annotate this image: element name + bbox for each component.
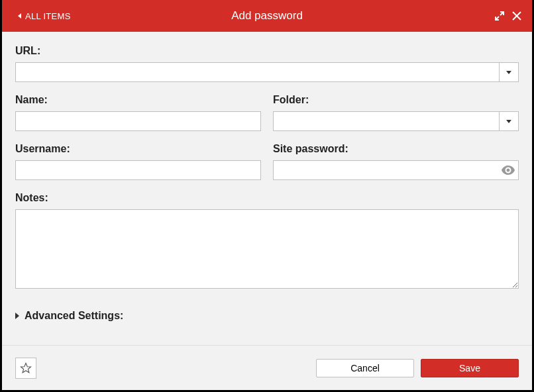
password-input-wrap xyxy=(273,160,519,180)
password-label: Site password: xyxy=(273,143,519,155)
save-button[interactable]: Save xyxy=(421,359,519,377)
username-input[interactable] xyxy=(15,160,261,180)
toggle-password-visibility-button[interactable] xyxy=(502,166,515,175)
dialog-header: ALL ITEMS Add password xyxy=(2,0,532,32)
folder-label: Folder: xyxy=(273,94,519,106)
folder-dropdown-button[interactable] xyxy=(499,111,519,131)
notes-group: Notes: xyxy=(15,192,519,291)
folder-input[interactable] xyxy=(273,111,499,131)
notes-textarea[interactable] xyxy=(15,209,519,289)
footer-actions: Cancel Save xyxy=(316,359,519,377)
eye-icon xyxy=(502,166,515,175)
chevron-down-icon xyxy=(506,71,511,74)
add-password-dialog: ALL ITEMS Add password URL: xyxy=(2,0,532,390)
dialog-title: Add password xyxy=(231,9,303,23)
chevron-left-icon xyxy=(18,13,21,19)
dialog-footer: Cancel Save xyxy=(2,345,532,390)
dialog-content: URL: Name: Folder: xyxy=(2,32,532,345)
username-label: Username: xyxy=(15,143,261,155)
url-input[interactable] xyxy=(15,62,499,82)
close-button[interactable] xyxy=(512,11,521,21)
username-group: Username: xyxy=(15,143,261,180)
name-input[interactable] xyxy=(15,111,261,131)
folder-group: Folder: xyxy=(273,94,519,131)
close-icon xyxy=(512,11,521,21)
folder-input-wrap xyxy=(273,111,519,131)
username-password-row: Username: Site password: xyxy=(15,143,519,192)
header-actions xyxy=(495,11,521,21)
url-input-wrap xyxy=(15,62,519,82)
svg-marker-0 xyxy=(21,363,31,372)
notes-label: Notes: xyxy=(15,192,519,204)
expand-button[interactable] xyxy=(495,11,504,21)
chevron-down-icon xyxy=(506,120,511,123)
password-group: Site password: xyxy=(273,143,519,180)
back-label: ALL ITEMS xyxy=(25,11,71,21)
url-dropdown-button[interactable] xyxy=(499,62,519,82)
site-password-input[interactable] xyxy=(273,160,519,180)
chevron-right-icon xyxy=(15,313,19,319)
star-icon xyxy=(20,362,32,374)
name-group: Name: xyxy=(15,94,261,131)
url-label: URL: xyxy=(15,45,519,57)
name-folder-row: Name: Folder: xyxy=(15,94,519,143)
favorite-button[interactable] xyxy=(15,358,36,379)
expand-icon xyxy=(495,11,504,21)
back-to-all-items-link[interactable]: ALL ITEMS xyxy=(2,11,71,21)
url-group: URL: xyxy=(15,45,519,82)
advanced-settings-label: Advanced Settings: xyxy=(25,310,123,322)
name-label: Name: xyxy=(15,94,261,106)
advanced-settings-toggle[interactable]: Advanced Settings: xyxy=(15,303,519,322)
cancel-button[interactable]: Cancel xyxy=(316,359,414,377)
